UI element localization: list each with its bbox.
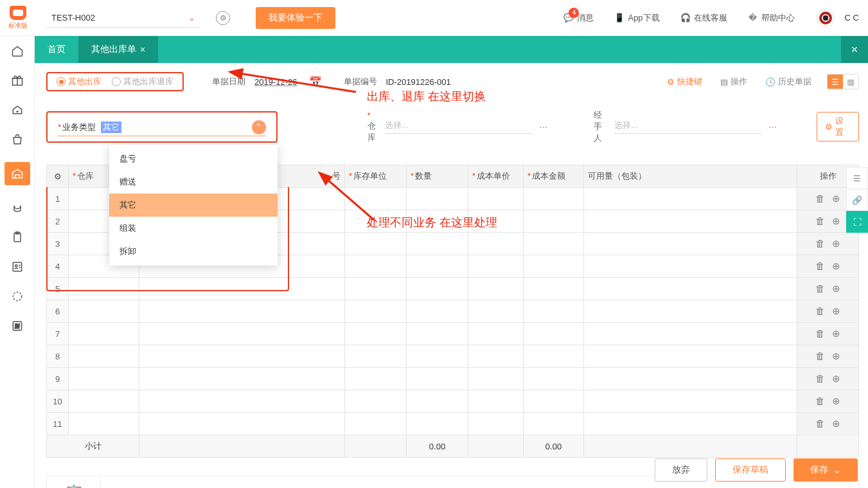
add-icon[interactable]: ⊕ — [832, 238, 840, 249]
delete-icon[interactable]: 🗑 — [815, 193, 825, 204]
svg-point-5 — [15, 265, 17, 267]
tab-other-outbound[interactable]: 其他出库单 × — [78, 36, 158, 63]
view-toggle: ☰ ▦ — [827, 74, 859, 89]
dropdown-item[interactable]: 赠送 — [109, 170, 278, 194]
customer-service-link[interactable]: 🎧 在线客服 — [680, 12, 727, 24]
delete-icon[interactable]: 🗑 — [815, 260, 825, 271]
add-icon[interactable]: ⊕ — [832, 305, 840, 316]
save-draft-button[interactable]: 保存草稿 — [715, 458, 786, 482]
nav-gift-icon[interactable] — [10, 73, 24, 87]
delete-icon[interactable]: 🗑 — [815, 350, 825, 361]
nav-home-icon[interactable] — [10, 44, 24, 58]
content: 其他出库 其他出库退库 单据日期 2019-12-26 📅 单据编号 ID-20… — [35, 63, 868, 488]
table-row[interactable]: 7 🗑 ⊕ — [47, 323, 859, 345]
delete-icon[interactable]: 🗑 — [815, 238, 825, 249]
chevron-up-icon[interactable]: ⌃ — [252, 120, 266, 134]
nav-money-icon[interactable] — [10, 201, 24, 215]
nav-home2-icon[interactable] — [10, 103, 24, 117]
messages-link[interactable]: 💬 消息 4 — [563, 12, 594, 24]
delete-icon[interactable]: 🗑 — [815, 418, 825, 429]
row-number: 10 — [47, 390, 69, 413]
add-icon[interactable]: ⊕ — [832, 193, 840, 204]
add-icon[interactable]: ⊕ — [832, 350, 840, 361]
type-radio-group: 其他出库 其他出库退库 — [46, 72, 184, 91]
delete-icon[interactable]: 🗑 — [815, 283, 825, 294]
close-icon[interactable]: × — [140, 44, 145, 55]
dropdown-item[interactable]: 其它 — [109, 194, 278, 217]
add-icon[interactable]: ⊕ — [832, 418, 840, 429]
username[interactable]: C C — [845, 13, 859, 23]
radio-outbound[interactable]: 其他出库 — [57, 76, 102, 87]
delete-icon[interactable]: 🗑 — [815, 395, 825, 406]
headset-icon: 🎧 — [680, 13, 691, 23]
nav-clipboard-icon[interactable] — [10, 230, 24, 244]
date-label: 单据日期 — [212, 76, 245, 87]
handler-select[interactable]: 选择... — [614, 120, 762, 134]
nav-new-icon[interactable]: 新 — [10, 319, 24, 333]
view-grid-icon[interactable]: ▦ — [843, 75, 858, 89]
biz-type-value[interactable]: 其它 — [101, 122, 121, 133]
more-icon[interactable]: ⋯ — [768, 122, 778, 132]
dropdown-item[interactable]: 盘亏 — [109, 147, 278, 170]
edition-label: 标准版 — [8, 21, 28, 30]
delete-icon[interactable]: 🗑 — [815, 215, 825, 226]
setting-button[interactable]: ⚙ 设置 — [817, 112, 859, 141]
cancel-button[interactable]: 放弃 — [655, 458, 707, 482]
delete-icon[interactable]: 🗑 — [815, 373, 825, 384]
add-icon[interactable]: ⊕ — [832, 373, 840, 384]
left-nav: 新 — [0, 36, 35, 488]
nav-bag-icon[interactable] — [10, 132, 24, 147]
table-row[interactable]: 11 🗑 ⊕ — [47, 413, 859, 435]
delete-icon[interactable]: 🗑 — [815, 305, 825, 316]
save-button[interactable]: 保存⌄ — [793, 458, 858, 482]
dropdown-item[interactable]: 拆卸 — [109, 240, 278, 263]
nav-contact-icon[interactable] — [10, 260, 24, 274]
org-select[interactable]: TEST-H002 ⌄ — [46, 8, 200, 28]
biz-type-box: *业务类型 其它 ⌃ 盘亏 赠送 其它 组装 拆卸 — [46, 111, 278, 143]
col-available: 可用量（包装） — [584, 165, 797, 188]
table-row[interactable]: 6 🗑 ⊕ — [47, 300, 859, 323]
table-row[interactable]: 8 🗑 ⊕ — [47, 345, 859, 368]
operate-link[interactable]: ▤ 操作 — [720, 76, 747, 87]
chevron-down-icon: ⌄ — [188, 13, 195, 23]
logo-icon — [10, 6, 26, 20]
row-number: 9 — [47, 368, 69, 390]
nav-sync-icon[interactable] — [10, 289, 24, 303]
table-row[interactable]: 5 🗑 ⊕ — [47, 278, 859, 300]
gear-icon[interactable]: ⚙ — [216, 11, 230, 25]
col-gear[interactable]: ⚙ — [47, 165, 69, 188]
row-actions: 🗑 ⊕ — [797, 368, 859, 390]
tab-home[interactable]: 首页 — [35, 36, 78, 63]
float-link-icon[interactable]: 🔗 — [846, 189, 868, 211]
try-button[interactable]: 我要体验一下 — [256, 7, 335, 29]
delete-icon[interactable]: 🗑 — [815, 328, 825, 339]
more-icon[interactable]: ⋯ — [539, 122, 549, 132]
tab-current-label: 其他出库单 — [91, 44, 136, 55]
float-expand-icon[interactable]: ⛶ — [846, 211, 868, 233]
table-row[interactable]: 10 🗑 ⊕ — [47, 390, 859, 413]
add-icon[interactable]: ⊕ — [832, 395, 840, 406]
avatar[interactable] — [817, 9, 835, 27]
view-list-icon[interactable]: ☰ — [828, 75, 843, 89]
main: 首页 其他出库单 × × 其他出库 其他出库退库 — [35, 36, 868, 488]
row-number: 1 — [47, 188, 69, 210]
calendar-icon[interactable]: 📅 — [309, 76, 322, 88]
add-icon[interactable]: ⊕ — [832, 328, 840, 339]
date-value[interactable]: 2019-12-26 — [254, 77, 297, 87]
tabbar-close[interactable]: × — [841, 36, 868, 63]
biz-type-label: 业务类型 — [62, 122, 96, 132]
nav-warehouse-icon[interactable] — [4, 162, 30, 185]
add-icon[interactable]: ⊕ — [832, 283, 840, 294]
add-icon[interactable]: ⊕ — [832, 215, 840, 226]
filter-row: *业务类型 其它 ⌃ 盘亏 赠送 其它 组装 拆卸 *仓库 — [46, 109, 859, 144]
shortcut-link[interactable]: ⚙ 快捷键 — [667, 76, 702, 87]
warehouse-select[interactable]: 选择... — [385, 120, 533, 134]
help-link[interactable]: � 帮助中心 — [748, 12, 795, 24]
add-icon[interactable]: ⊕ — [832, 260, 840, 271]
app-download-link[interactable]: 📱 App下载 — [614, 12, 659, 24]
dropdown-item[interactable]: 组装 — [109, 217, 278, 240]
radio-return[interactable]: 其他出库退库 — [112, 76, 173, 87]
history-link[interactable]: 🕓 历史单据 — [765, 76, 811, 87]
float-doc-icon[interactable]: ☰ — [846, 167, 868, 189]
table-row[interactable]: 9 🗑 ⊕ — [47, 368, 859, 390]
